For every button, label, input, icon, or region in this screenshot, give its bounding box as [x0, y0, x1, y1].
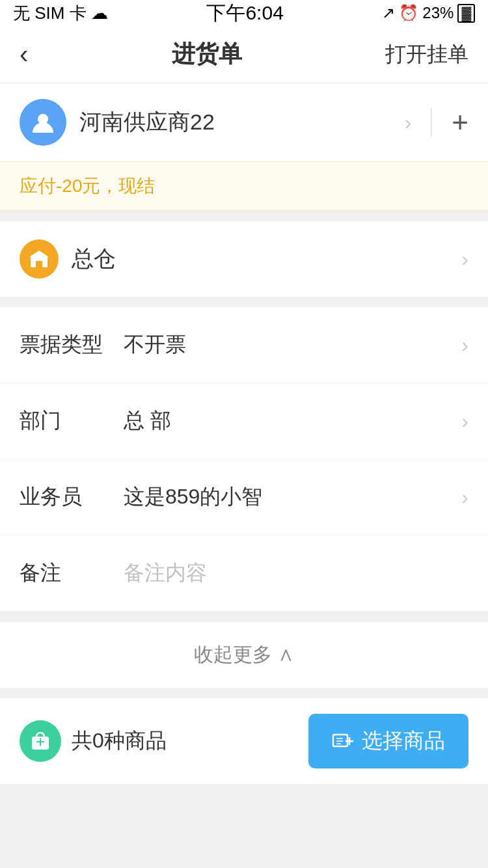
supplier-row[interactable]: 河南供应商22 › +	[0, 83, 488, 161]
nav-bar: ‹ 进货单 打开挂单	[0, 26, 488, 83]
supplier-section: 河南供应商22 › + 应付-20元，现结	[0, 83, 488, 211]
product-info: 共0种商品	[20, 720, 167, 762]
form-row-invoice[interactable]: 票据类型 不开票 ›	[0, 307, 488, 383]
page-title: 进货单	[172, 38, 242, 70]
note-label: 备注	[20, 559, 124, 588]
status-time: 下午6:04	[206, 0, 283, 27]
form-section: 票据类型 不开票 › 部门 总 部 › 业务员 这是859的小智 › 备注 备注…	[0, 307, 488, 611]
status-right: ↗ ⏰ 23% ▓	[382, 4, 475, 23]
product-icon	[20, 720, 61, 762]
alarm-icon: ⏰	[399, 4, 418, 22]
warehouse-svg-icon	[28, 248, 50, 270]
open-pending-button[interactable]: 打开挂单	[385, 40, 468, 69]
add-supplier-button[interactable]: +	[452, 106, 468, 139]
form-row-note[interactable]: 备注 备注内容	[0, 536, 488, 611]
department-value: 总 部	[124, 407, 461, 435]
department-chevron-icon: ›	[461, 409, 468, 433]
battery-icon: ▓	[457, 4, 475, 23]
notice-bar: 应付-20元，现结	[0, 161, 488, 211]
status-bar: 无 SIM 卡 ☁ 下午6:04 ↗ ⏰ 23% ▓	[0, 0, 488, 26]
avatar-icon	[30, 109, 56, 135]
warehouse-name: 总仓	[72, 244, 461, 274]
select-product-button[interactable]: 选择商品	[308, 714, 468, 768]
invoice-value: 不开票	[124, 331, 461, 359]
warehouse-row[interactable]: 总仓 ›	[0, 221, 488, 297]
supplier-chevron-icon: ›	[405, 111, 412, 135]
invoice-chevron-icon: ›	[461, 333, 468, 357]
select-product-icon	[332, 732, 354, 750]
content: 河南供应商22 › + 应付-20元，现结 总仓 › 票据类型 不开票 › 部门	[0, 83, 488, 868]
battery-text: 23%	[422, 4, 454, 22]
salesperson-chevron-icon: ›	[461, 485, 468, 509]
svg-rect-7	[333, 735, 347, 746]
supplier-avatar	[20, 99, 66, 146]
select-product-label: 选择商品	[362, 727, 445, 755]
location-icon: ↗	[382, 4, 395, 22]
salesperson-value: 这是859的小智	[124, 483, 461, 511]
product-bag-icon	[28, 729, 53, 753]
status-left: 无 SIM 卡 ☁	[13, 2, 108, 25]
warehouse-chevron-icon: ›	[461, 247, 468, 271]
supplier-name: 河南供应商22	[79, 107, 405, 137]
note-placeholder: 备注内容	[124, 559, 468, 588]
gray-area	[0, 784, 488, 868]
department-label: 部门	[20, 407, 124, 435]
warehouse-icon	[20, 239, 59, 278]
collapse-button[interactable]: 收起更多 ∧	[0, 621, 488, 688]
form-row-salesperson[interactable]: 业务员 这是859的小智 ›	[0, 459, 488, 536]
bottom-bar: 共0种商品 选择商品	[0, 698, 488, 784]
signal-text: 无 SIM 卡 ☁	[13, 2, 108, 25]
svg-marker-2	[29, 251, 49, 257]
form-row-department[interactable]: 部门 总 部 ›	[0, 383, 488, 459]
salesperson-label: 业务员	[20, 483, 124, 511]
invoice-label: 票据类型	[20, 331, 124, 359]
svg-rect-3	[36, 261, 42, 267]
product-count: 共0种商品	[72, 727, 167, 755]
supplier-divider	[431, 108, 432, 137]
back-button[interactable]: ‹	[20, 40, 28, 69]
